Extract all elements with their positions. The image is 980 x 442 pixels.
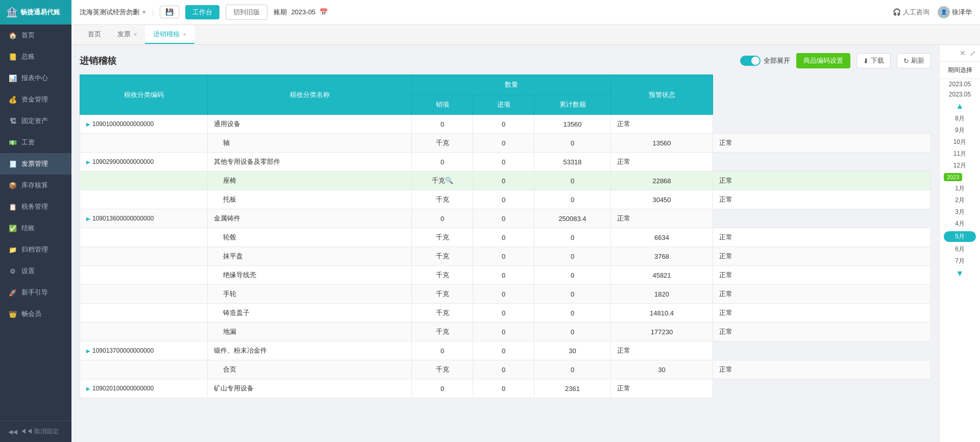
sales-qty: 0 xyxy=(473,285,534,304)
collapse-icon[interactable]: ▶ xyxy=(86,386,90,391)
purchase-qty: 0 xyxy=(534,171,611,190)
sidebar-item-ledger[interactable]: 📒 总账 xyxy=(0,46,71,67)
sales-qty: 0 xyxy=(412,153,473,171)
year-badge: 2023 xyxy=(944,173,962,181)
save-draft-button[interactable]: 💾 xyxy=(160,6,179,18)
item-unit: 千克 xyxy=(412,304,473,323)
data-table: 税收分类编码 税收分类名称 数量 预警状态 销项 进项 累计数额 ▶109010… xyxy=(80,75,931,398)
invoice-icon: 🧾 xyxy=(8,160,17,168)
sidebar-item-invoice[interactable]: 🧾 发票管理 xyxy=(0,153,71,175)
tax-icon: 📋 xyxy=(8,203,17,211)
total-qty: 30450 xyxy=(611,190,713,209)
table-row: 轴 千克 0 0 13560 正常 xyxy=(80,134,931,153)
panel-expand-button[interactable]: ⤢ xyxy=(970,49,976,57)
calendar-icon[interactable]: 📅 xyxy=(320,8,328,16)
total-qty: 6634 xyxy=(611,228,713,247)
sidebar-item-label: 发票管理 xyxy=(21,159,48,168)
period-8[interactable]: 8月 xyxy=(940,113,980,125)
period-5-active[interactable]: 5月 xyxy=(940,230,980,243)
sidebar-item-home[interactable]: 🏠 首页 xyxy=(0,24,71,46)
sidebar-item-member[interactable]: 👑 畅会员 xyxy=(0,303,71,325)
period-4[interactable]: 4月 xyxy=(940,218,980,230)
refresh-button[interactable]: ↻ 刷新 xyxy=(897,53,931,68)
item-name: 铸造盖子 xyxy=(208,304,412,323)
sidebar-item-guide[interactable]: 🚀 新手引导 xyxy=(0,282,71,303)
tab-home-label: 首页 xyxy=(88,30,101,39)
period-12[interactable]: 12月 xyxy=(940,160,980,171)
tab-home[interactable]: 首页 xyxy=(80,26,109,44)
sidebar-item-settle[interactable]: ✅ 结账 xyxy=(0,217,71,239)
page-title: 进销稽核 xyxy=(80,55,116,67)
period-list: 2023.05 2023.05 ▲ 8月 9月 10月 11月 xyxy=(940,79,980,442)
year-2023-label: 2023 xyxy=(940,171,980,183)
sidebar-item-archive[interactable]: 📁 归档管理 xyxy=(0,239,71,260)
sidebar-item-tax[interactable]: 📋 税务管理 xyxy=(0,196,71,217)
sidebar-item-fund[interactable]: 💰 资金管理 xyxy=(0,89,71,110)
period-title: 期间选择 xyxy=(940,62,980,79)
item-unit: 千克 xyxy=(412,190,473,209)
save-draft-icon: 💾 xyxy=(165,8,174,16)
panel-close-button[interactable]: ✕ xyxy=(960,49,966,57)
period-1[interactable]: 1月 xyxy=(940,183,980,194)
sidebar-pin-toggle[interactable]: ◀◀ ◀◀ 取消固定 xyxy=(0,421,71,442)
collapse-icon[interactable]: ▶ xyxy=(86,121,90,127)
search-icon[interactable]: 🔍 xyxy=(445,177,453,184)
sidebar-item-settings[interactable]: ⚙ 设置 xyxy=(0,260,71,282)
sidebar: 🏦 畅捷通易代账 🏠 首页 📒 总账 📊 报表中心 💰 资金管理 🏗 固定资产 … xyxy=(0,0,71,442)
sidebar-item-inventory[interactable]: 📦 库存核算 xyxy=(0,175,71,196)
total-qty: 1820 xyxy=(611,285,713,304)
item-code xyxy=(80,360,208,379)
purchase-qty: 0 xyxy=(534,190,611,209)
company-selector[interactable]: 沈海英测试经营勿删 ▾ xyxy=(80,8,146,17)
table-row: 手轮 千克 0 0 1820 正常 xyxy=(80,285,931,304)
item-code xyxy=(80,266,208,285)
period-down-arrow[interactable]: ▼ xyxy=(940,267,980,280)
tab-invoice[interactable]: 发票 × xyxy=(109,26,145,44)
sidebar-item-salary[interactable]: 💵 工资 xyxy=(0,132,71,153)
download-button[interactable]: ⬇ 下载 xyxy=(856,53,891,68)
period-10[interactable]: 10月 xyxy=(940,136,980,148)
period-3[interactable]: 3月 xyxy=(940,206,980,218)
tab-reconciliation[interactable]: 进销稽核 × xyxy=(145,26,194,44)
group-name: 金属铸件 xyxy=(208,209,412,228)
period-6[interactable]: 6月 xyxy=(940,243,980,255)
total-qty: 2361 xyxy=(534,379,611,398)
service-button[interactable]: 🎧 人工咨询 xyxy=(893,8,929,17)
table-row: 铸造盖子 千克 0 0 14810.4 正常 xyxy=(80,304,931,323)
status: 正常 xyxy=(713,360,931,379)
tab-invoice-close[interactable]: × xyxy=(134,31,137,37)
sidebar-item-asset[interactable]: 🏗 固定资产 xyxy=(0,110,71,132)
sidebar-item-label: 固定资产 xyxy=(21,116,48,126)
switch-version-button[interactable]: 切到旧版 xyxy=(226,5,267,20)
logo-text: 畅捷通易代账 xyxy=(20,8,60,17)
item-name: 合页 xyxy=(208,360,412,379)
toggle-switch[interactable] xyxy=(740,56,761,66)
item-unit: 千克 xyxy=(412,323,473,341)
sidebar-item-report[interactable]: 📊 报表中心 xyxy=(0,67,71,89)
item-code xyxy=(80,134,208,153)
status: 正常 xyxy=(713,228,931,247)
collapse-icon[interactable]: ▶ xyxy=(86,348,90,354)
period-2[interactable]: 2月 xyxy=(940,194,980,206)
collapse-icon[interactable]: ▶ xyxy=(86,159,90,165)
total-qty: 53318 xyxy=(534,153,611,171)
th-total: 累计数额 xyxy=(534,95,611,115)
topbar-divider: | xyxy=(152,8,154,16)
workbench-button[interactable]: 工作台 xyxy=(185,5,219,19)
total-qty: 250083.4 xyxy=(534,209,611,228)
period-2023-05-row1: 2023.05 xyxy=(940,79,980,89)
tab-reconciliation-close[interactable]: × xyxy=(183,31,186,37)
period-7[interactable]: 7月 xyxy=(940,255,980,267)
period-11[interactable]: 11月 xyxy=(940,148,980,160)
product-code-button[interactable]: 商品编码设置 xyxy=(796,53,850,68)
period-9[interactable]: 9月 xyxy=(940,125,980,136)
user-menu[interactable]: 👤 徐泽华 xyxy=(938,6,972,18)
table-row: ▶109020100000000000 矿山专用设备 0 0 2361 正常 xyxy=(80,379,931,398)
period-up-arrow[interactable]: ▲ xyxy=(940,100,980,113)
purchase-qty: 0 xyxy=(534,247,611,266)
collapse-icon[interactable]: ▶ xyxy=(86,216,90,222)
report-icon: 📊 xyxy=(8,75,17,82)
expand-toggle[interactable]: 全部展开 xyxy=(740,56,790,66)
asset-icon: 🏗 xyxy=(8,117,17,125)
item-name: 绝缘导线壳 xyxy=(208,266,412,285)
